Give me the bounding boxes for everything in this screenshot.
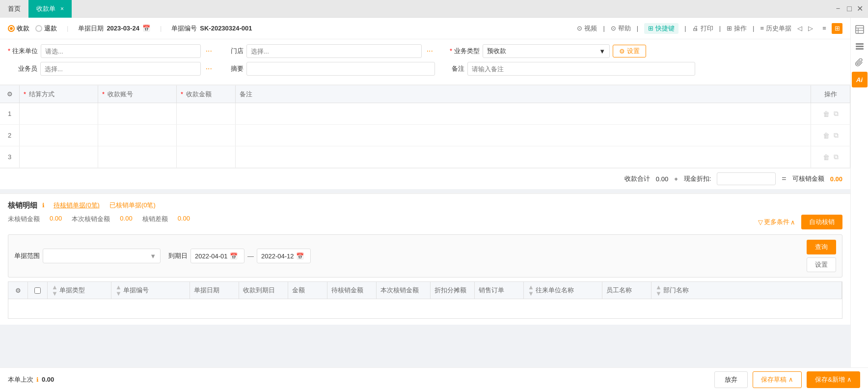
tab-close-icon[interactable]: ×: [60, 0, 64, 18]
table-row: 1 🗑 ⧉: [0, 103, 850, 125]
row-2-settlement[interactable]: [20, 125, 98, 146]
layout-list-icon[interactable]: ≡: [819, 23, 830, 34]
tab-home[interactable]: 首页: [0, 0, 28, 18]
more-conditions-btn[interactable]: ▽ 更多条件 ∧: [758, 218, 795, 226]
tab-done[interactable]: 已核销单据(0笔): [106, 200, 160, 211]
abandon-button[interactable]: 放弃: [714, 371, 748, 388]
btable-discount: 折扣分摊额: [431, 282, 475, 299]
shop-more-btn[interactable]: ···: [425, 47, 435, 56]
prev-info-icon[interactable]: ℹ: [36, 376, 39, 383]
operation-btn[interactable]: ⊞ 操作: [727, 24, 747, 33]
help-btn[interactable]: ⊙ 帮助: [611, 24, 631, 33]
video-btn[interactable]: ⊙ 视频: [577, 24, 597, 33]
sidebar-list-icon[interactable]: [852, 38, 868, 54]
sidebar-table-icon[interactable]: [852, 22, 868, 37]
copy-icon[interactable]: ⧉: [834, 153, 839, 161]
btable-checkbox[interactable]: [28, 282, 48, 299]
number-field: 单据编号 SK-20230324-001: [171, 24, 252, 33]
calendar-icon: 📅: [230, 252, 238, 260]
partner-more-btn[interactable]: ···: [204, 47, 214, 56]
toolbar-right: ⊙ 视频 | ⊙ 帮助 | ⊞ 快捷键 | 🖨 打印 | ⊞ 操作: [577, 23, 842, 34]
diff-value: 0.00: [178, 215, 190, 229]
row-1-remark[interactable]: [236, 103, 811, 124]
tab-current[interactable]: 收款单 ×: [28, 0, 72, 18]
action-col-header: 操作: [811, 85, 850, 103]
copy-icon[interactable]: ⧉: [834, 110, 839, 118]
discount-label: 现金折扣:: [684, 174, 711, 183]
date-to-input[interactable]: 2022-04-12 📅: [257, 249, 311, 263]
biz-type-select[interactable]: 预收款 ▼: [483, 44, 610, 58]
query-settings: 查询 设置: [807, 240, 836, 272]
form-row-1: 往来单位 ··· 门店 ··· 业务类型 预收款 ▼ ⚙ 设置: [8, 44, 842, 58]
table-row: 2 🗑 ⧉: [0, 125, 850, 146]
history-btn[interactable]: ≡ 历史单据: [760, 24, 791, 33]
copy-icon[interactable]: ⧉: [834, 131, 839, 140]
shop-input[interactable]: [246, 44, 422, 58]
tab-pending[interactable]: 待核销单据(0笔): [50, 200, 104, 211]
verify-title-text: 核销明细: [8, 201, 37, 210]
svg-rect-5: [856, 46, 864, 47]
delete-icon[interactable]: 🗑: [823, 153, 830, 161]
total-label: 收款合计: [624, 174, 650, 183]
chevron-up-icon: ∧: [788, 376, 793, 383]
btable-due-date: 收款到期日: [239, 282, 288, 299]
row-3-actions: 🗑 ⧉: [811, 146, 850, 168]
save-draft-button[interactable]: 保存草稿 ∧: [753, 371, 802, 388]
row-1-settlement[interactable]: [20, 103, 98, 124]
row-1-account[interactable]: [98, 103, 177, 124]
auto-verify-button[interactable]: 自动核销: [801, 215, 842, 229]
row-3-account[interactable]: [98, 146, 177, 168]
available-value: 0.00: [830, 175, 842, 183]
note-input[interactable]: [467, 62, 695, 76]
radio-tuikuan[interactable]: 退款: [35, 24, 57, 33]
prev-label: 本单上次: [8, 375, 33, 384]
chevron-up-icon: ∧: [847, 376, 852, 383]
bottom-actions: 放弃 保存草稿 ∧ 保存&新增 ∧: [714, 371, 860, 388]
close-icon[interactable]: ✕: [857, 4, 863, 13]
sidebar-ai-icon[interactable]: Ai: [852, 72, 868, 87]
row-3-settlement[interactable]: [20, 146, 98, 168]
row-2-remark[interactable]: [236, 125, 811, 146]
row-3-amount[interactable]: [177, 146, 236, 168]
btable-current-verify: 本次核销金额: [377, 282, 431, 299]
current-verify-label: 本次核销金额: [72, 215, 110, 229]
select-all-checkbox[interactable]: [34, 287, 41, 294]
row-1-idx: 1: [0, 103, 20, 124]
partner-input[interactable]: [41, 44, 201, 58]
row-3-remark[interactable]: [236, 146, 811, 168]
staff-more-btn[interactable]: ···: [204, 64, 214, 73]
calendar-icon[interactable]: 📅: [142, 25, 150, 32]
staff-input[interactable]: [40, 62, 201, 76]
gear-col-header[interactable]: ⚙: [0, 85, 20, 103]
settings-button-2[interactable]: 设置: [807, 257, 836, 272]
row-2-amount[interactable]: [177, 125, 236, 146]
delete-icon[interactable]: 🗑: [823, 110, 830, 118]
save-new-button[interactable]: 保存&新增 ∧: [807, 371, 860, 388]
table-header: ⚙ 结算方式 收款账号 收款金额 备注 操作: [0, 85, 850, 103]
unverified-label: 未核销金额: [8, 215, 40, 229]
date-from-input[interactable]: 2022-04-01 📅: [190, 249, 244, 263]
settings-button[interactable]: ⚙ 设置: [613, 45, 646, 57]
sidebar-attachment-icon[interactable]: [852, 55, 868, 71]
range-select[interactable]: ▼: [43, 249, 161, 263]
svg-rect-4: [856, 43, 864, 45]
radio-shoukuan[interactable]: 收款: [8, 24, 29, 33]
print-btn[interactable]: 🖨 打印: [692, 24, 713, 33]
row-2-account[interactable]: [98, 125, 177, 146]
summary-input[interactable]: [246, 62, 435, 76]
row-1-amount[interactable]: [177, 103, 236, 124]
btable-gear[interactable]: ⚙: [8, 282, 28, 299]
layout-grid-icon[interactable]: ⊞: [832, 23, 842, 34]
minimize-icon[interactable]: －: [834, 3, 842, 14]
discount-input[interactable]: [717, 172, 776, 185]
right-sidebar: Ai: [850, 18, 868, 367]
btable-partner: ▲▼ 往来单位名称: [524, 282, 602, 299]
delete-icon[interactable]: 🗑: [823, 132, 830, 140]
shortcut-btn[interactable]: ⊞ 快捷键: [644, 23, 678, 34]
maximize-icon[interactable]: □: [847, 4, 852, 13]
radio-dot-tuikuan: [35, 25, 42, 32]
summary-row: 收款合计 0.00 + 现金折扣: = 可核销金额 0.00: [0, 168, 850, 189]
verify-info-icon[interactable]: ℹ: [42, 202, 45, 209]
query-button[interactable]: 查询: [807, 240, 836, 254]
btable-sales-order: 销售订单: [475, 282, 524, 299]
